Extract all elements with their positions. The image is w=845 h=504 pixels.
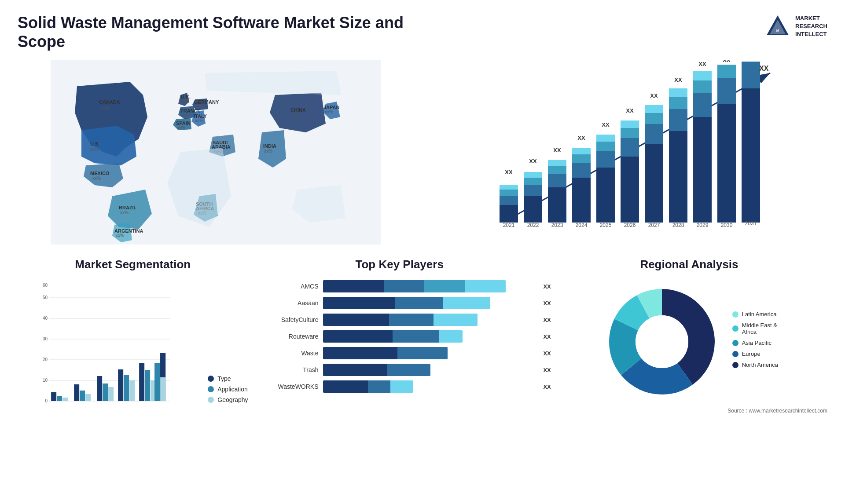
logo-icon: M	[764, 13, 791, 40]
legend-latin-america: Latin America	[732, 311, 778, 318]
svg-text:M: M	[776, 29, 779, 33]
svg-rect-56	[572, 178, 591, 223]
svg-rect-81	[669, 109, 687, 131]
svg-rect-114	[51, 392, 56, 401]
svg-rect-137	[154, 363, 160, 401]
svg-rect-92	[717, 104, 736, 223]
svg-text:0: 0	[45, 398, 48, 403]
svg-rect-75	[645, 124, 663, 144]
svg-rect-62	[596, 168, 615, 223]
svg-text:xx%: xx%	[196, 104, 204, 109]
svg-rect-140	[160, 377, 165, 401]
svg-text:xx%: xx%	[120, 210, 129, 215]
svg-text:XX: XX	[723, 60, 731, 63]
svg-rect-123	[103, 383, 108, 401]
geography-dot	[208, 397, 214, 403]
player-safetyculture: SafetyCulture XX	[261, 314, 538, 326]
svg-text:2023: 2023	[99, 402, 108, 403]
svg-text:2025: 2025	[143, 402, 151, 403]
segmentation-legend: Type Application Geography	[208, 375, 248, 403]
svg-rect-39	[500, 196, 518, 205]
bottom-section: Market Segmentation 0 10 20 30 40 50 60	[18, 258, 827, 414]
svg-rect-46	[524, 178, 542, 185]
svg-rect-94	[717, 65, 736, 78]
svg-text:MEXICO: MEXICO	[90, 171, 110, 176]
svg-rect-122	[97, 376, 102, 401]
latin-america-label: Latin America	[742, 311, 777, 318]
svg-text:2025: 2025	[600, 222, 612, 228]
player-val-wasteworks: XX	[543, 383, 551, 390]
svg-text:30: 30	[43, 336, 48, 341]
svg-rect-52	[548, 166, 566, 174]
asia-pacific-label: Asia Pacific	[742, 340, 772, 346]
player-name-aasaan: Aasaan	[261, 299, 319, 307]
svg-text:2021: 2021	[503, 222, 515, 228]
svg-rect-58	[572, 154, 591, 163]
player-name-safetyculture: SafetyCulture	[261, 316, 319, 323]
svg-rect-40	[500, 190, 518, 196]
svg-text:XX: XX	[650, 92, 658, 99]
svg-rect-47	[524, 172, 542, 178]
player-amcs: AMCS XX	[261, 280, 538, 292]
svg-text:20: 20	[43, 357, 48, 362]
player-trash: Trash XX	[261, 364, 538, 376]
svg-rect-38	[500, 205, 518, 223]
svg-rect-45	[524, 185, 542, 196]
svg-rect-131	[145, 370, 150, 401]
svg-text:XX: XX	[759, 65, 769, 72]
seg-chart-svg: 0 10 20 30 40 50 60	[18, 280, 190, 403]
svg-text:xx%: xx%	[195, 118, 203, 123]
svg-text:CANADA: CANADA	[99, 99, 120, 105]
svg-text:XX: XX	[674, 77, 682, 83]
middle-east-label: Middle East &Africa	[742, 322, 777, 335]
svg-rect-89	[693, 71, 712, 80]
svg-rect-116	[62, 398, 68, 401]
svg-text:U.S.: U.S.	[90, 141, 99, 146]
player-name-routeware: Routeware	[261, 333, 319, 340]
svg-rect-59	[572, 148, 591, 154]
svg-rect-64	[596, 142, 615, 151]
player-bar-wasteworks: XX	[323, 380, 538, 393]
svg-text:2021: 2021	[56, 402, 65, 403]
svg-text:2026: 2026	[624, 222, 636, 228]
svg-rect-128	[129, 380, 135, 401]
player-val-amcs: XX	[543, 283, 551, 290]
player-bar-trash: XX	[323, 364, 538, 376]
svg-rect-63	[596, 151, 615, 168]
player-bar-safetyculture: XX	[323, 314, 538, 326]
svg-rect-98	[742, 62, 760, 88]
svg-text:XX: XX	[602, 121, 610, 128]
regional-section: Regional Analysis	[551, 258, 827, 414]
svg-rect-86	[693, 117, 712, 223]
svg-text:XX: XX	[553, 147, 561, 153]
donut-chart	[600, 280, 724, 403]
seg-legend-type: Type	[208, 375, 248, 382]
svg-rect-88	[693, 80, 712, 93]
svg-rect-77	[645, 105, 663, 113]
latin-america-dot	[732, 311, 738, 318]
svg-rect-76	[645, 113, 663, 124]
svg-rect-41	[500, 185, 518, 190]
svg-text:xx%: xx%	[90, 147, 99, 152]
svg-rect-53	[548, 160, 566, 166]
svg-text:xx%: xx%	[181, 99, 189, 104]
player-val-safetyculture: XX	[543, 317, 551, 323]
svg-rect-93	[717, 78, 736, 104]
svg-rect-130	[139, 363, 144, 401]
svg-rect-127	[124, 375, 129, 401]
player-wasteworks: WasteWORKS XX	[261, 380, 538, 393]
svg-text:XX: XX	[626, 107, 634, 114]
svg-text:2027: 2027	[648, 222, 660, 228]
svg-text:CHINA: CHINA	[290, 107, 306, 113]
regional-content: Latin America Middle East &Africa Asia P…	[551, 280, 827, 403]
player-aasaan: Aasaan XX	[261, 297, 538, 309]
svg-text:xx%: xx%	[116, 233, 124, 238]
svg-text:xx%: xx%	[264, 149, 272, 153]
page-title: Solid Waste Management Software Market S…	[18, 13, 414, 51]
middle-east-dot	[732, 325, 738, 332]
svg-text:2023: 2023	[551, 222, 563, 228]
svg-text:2022: 2022	[77, 402, 86, 403]
player-name-waste: Waste	[261, 350, 319, 357]
player-routeware: Routeware XX	[261, 330, 538, 343]
legend-asia-pacific: Asia Pacific	[732, 340, 778, 346]
